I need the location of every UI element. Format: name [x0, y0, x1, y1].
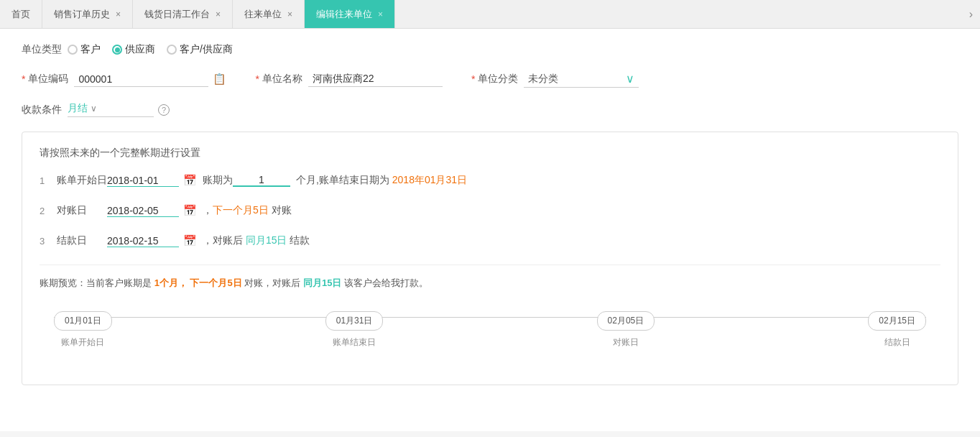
panel-row-1-label: 账单开始日 — [57, 174, 107, 187]
radio-supplier-label: 供应商 — [125, 43, 155, 56]
unit-name-label: 单位名称 — [262, 73, 302, 86]
timeline: 01月01日 账单开始日 01月31日 账单结束日 02月05日 对账日 — [40, 304, 940, 370]
tab-cash-clearing-close[interactable]: × — [216, 9, 221, 19]
unit-name-group: * 单位名称 — [255, 72, 442, 87]
radio-supplier[interactable]: 供应商 — [112, 43, 155, 56]
panel-row-1-desc-prefix: 账期为 — [203, 174, 233, 187]
timeline-node-1-badge: 01月01日 — [54, 311, 112, 331]
preview-end: 该客户会给我打款。 — [344, 277, 428, 288]
payment-condition-chevron: ∨ — [91, 104, 97, 114]
radio-supplier-circle — [112, 45, 122, 55]
unit-class-group: * 单位分类 未分类 ∨ — [471, 70, 639, 88]
panel-row-1: 1 账单开始日 📅 账期为 个月,账单结束日期为 2018年01月31日 — [40, 174, 940, 187]
timeline-node-1: 01月01日 账单开始日 — [54, 311, 112, 349]
panel-row-2-highlight: 下一个月5日 — [213, 204, 269, 216]
timeline-node-3: 02月05日 对账日 — [597, 311, 655, 349]
tab-edit-counterparty-close[interactable]: × — [378, 9, 383, 19]
timeline-node-1-label: 账单开始日 — [61, 336, 104, 349]
timeline-node-2-badge: 01月31日 — [325, 311, 384, 331]
preview-payment: 同月15日 — [303, 277, 341, 288]
unit-type-row: 单位类型 客户 供应商 客户/供应商 — [22, 43, 958, 56]
panel-row-2-desc: ，下一个月5日 对账 — [203, 204, 292, 217]
radio-customer[interactable]: 客户 — [68, 43, 101, 56]
radio-both-label: 客户/供应商 — [180, 43, 233, 56]
panel-row-1-period-input[interactable] — [233, 174, 290, 187]
tab-bar: 首页 销售订单历史 × 钱货日清工作台 × 往来单位 × 编辑往来单位 × › — [0, 0, 980, 29]
unit-info-row: * 单位编码 📋 * 单位名称 * 单位分类 未分类 ∨ — [22, 70, 958, 88]
preview-section: 账期预览：当前客户账期是 1个月， 下一个月5日 对账，对账后 同月15日 该客… — [40, 264, 940, 370]
preview-reconcile: 下一个月5日 — [190, 277, 241, 288]
preview-period: 1个月， — [154, 277, 188, 288]
panel-row-3-label: 结款日 — [57, 234, 107, 247]
panel-row-1-desc-suffix: 个月,账单结束日期为 2018年01月31日 — [296, 174, 467, 187]
panel-row-2: 2 对账日 📅 ，下一个月5日 对账 — [40, 204, 940, 217]
content-area: 单位类型 客户 供应商 客户/供应商 * 单位编码 — [0, 29, 980, 431]
unit-class-dropdown[interactable]: 未分类 ∨ — [524, 70, 639, 88]
tab-edit-counterparty-label: 编辑往来单位 — [316, 8, 372, 21]
timeline-node-2-label: 账单结束日 — [333, 336, 376, 349]
payment-condition-label: 收款条件 — [22, 104, 62, 116]
unit-type-label: 单位类型 — [22, 43, 62, 56]
panel-row-1-calendar-icon[interactable]: 📅 — [183, 174, 197, 187]
timeline-node-3-label: 对账日 — [613, 336, 639, 349]
radio-both-circle — [167, 45, 177, 55]
unit-name-input[interactable] — [308, 72, 443, 87]
panel-row-1-num: 1 — [40, 175, 57, 186]
tab-counterparty-label: 往来单位 — [244, 8, 282, 21]
unit-class-value: 未分类 — [528, 73, 626, 86]
payment-condition-help-icon[interactable]: ? — [158, 104, 170, 116]
unit-class-required-star: * — [471, 73, 475, 85]
timeline-node-4: 02月15日 结款日 — [868, 311, 926, 349]
tab-sales-history[interactable]: 销售订单历史 × — [42, 0, 133, 28]
panel-row-1-date-input[interactable] — [107, 175, 179, 187]
tab-edit-counterparty[interactable]: 编辑往来单位 × — [305, 0, 395, 28]
panel-row-2-date-input[interactable] — [107, 205, 179, 217]
panel-row-3-desc: ，对账后 同月15日 结款 — [203, 234, 310, 247]
panel-row-3-num: 3 — [40, 236, 57, 247]
panel-row-2-num: 2 — [40, 206, 57, 216]
panel-row-2-calendar-icon[interactable]: 📅 — [183, 204, 197, 217]
tab-sales-history-close[interactable]: × — [116, 9, 121, 19]
tab-home[interactable]: 首页 — [0, 0, 42, 28]
settings-panel: 请按照未来的一个完整帐期进行设置 1 账单开始日 📅 账期为 个月,账单结束日期… — [22, 132, 958, 385]
timeline-node-4-badge: 02月15日 — [868, 311, 926, 331]
tab-expand-button[interactable]: › — [962, 0, 980, 28]
unit-class-chevron: ∨ — [626, 72, 634, 86]
tab-cash-clearing[interactable]: 钱货日清工作台 × — [133, 0, 233, 28]
unit-code-icon[interactable]: 📋 — [213, 73, 226, 86]
preview-text: 账期预览：当前客户账期是 1个月， 下一个月5日 对账，对账后 同月15日 该客… — [40, 277, 940, 290]
preview-label: 账期预览：当前客户账期是 — [40, 277, 152, 288]
timeline-line — [54, 317, 926, 318]
tab-sales-history-label: 销售订单历史 — [54, 8, 110, 21]
tab-counterparty[interactable]: 往来单位 × — [233, 0, 305, 28]
radio-customer-label: 客户 — [80, 43, 101, 56]
panel-row-3-highlight: 同月15日 — [246, 234, 287, 246]
preview-middle: 对账，对账后 — [244, 277, 300, 288]
panel-row-1-end-date: 2018年01月31日 — [392, 174, 467, 185]
radio-customer-circle — [68, 45, 78, 55]
panel-row-3: 3 结款日 📅 ，对账后 同月15日 结款 — [40, 234, 940, 247]
radio-both[interactable]: 客户/供应商 — [167, 43, 233, 56]
unit-class-label: 单位分类 — [478, 73, 518, 86]
tab-counterparty-close[interactable]: × — [287, 9, 292, 19]
panel-row-2-label: 对账日 — [57, 204, 107, 217]
unit-type-group: 单位类型 客户 供应商 客户/供应商 — [22, 43, 233, 56]
unit-code-required-star: * — [22, 73, 25, 85]
payment-condition-value: 月结 — [68, 102, 88, 115]
payment-condition-row: 收款条件 月结 ∨ ? — [22, 102, 958, 117]
unit-code-group: * 单位编码 📋 — [22, 72, 226, 87]
unit-code-input[interactable] — [74, 72, 208, 87]
radio-group-unit-type: 客户 供应商 客户/供应商 — [68, 43, 233, 56]
tab-cash-clearing-label: 钱货日清工作台 — [144, 8, 210, 21]
timeline-node-2: 01月31日 账单结束日 — [325, 311, 384, 349]
unit-name-required-star: * — [255, 73, 259, 85]
payment-condition-select[interactable]: 月结 ∨ — [68, 102, 154, 117]
timeline-node-4-label: 结款日 — [884, 336, 910, 349]
panel-row-3-calendar-icon[interactable]: 📅 — [183, 234, 197, 247]
unit-code-label: 单位编码 — [28, 73, 68, 86]
panel-title: 请按照未来的一个完整帐期进行设置 — [40, 147, 940, 160]
panel-row-3-date-input[interactable] — [107, 235, 179, 247]
timeline-node-3-badge: 02月05日 — [597, 311, 655, 331]
tab-home-label: 首页 — [11, 8, 30, 21]
payment-condition-group: 收款条件 月结 ∨ ? — [22, 102, 170, 117]
